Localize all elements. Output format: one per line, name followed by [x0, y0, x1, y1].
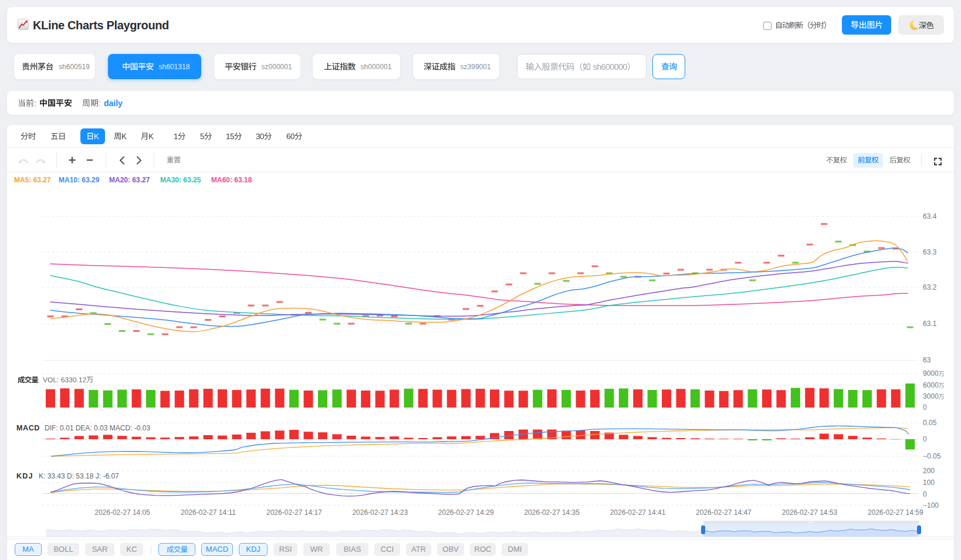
svg-text:63: 63 [923, 356, 931, 364]
svg-text:0: 0 [923, 403, 927, 412]
svg-text:63.4: 63.4 [923, 212, 937, 220]
svg-text:2026-02-27 14:35: 2026-02-27 14:35 [524, 508, 580, 517]
svg-text:2026-02-27 14:41: 2026-02-27 14:41 [610, 508, 666, 517]
svg-text:3000: 3000 [923, 392, 939, 401]
svg-text:2026-02-27 14:47: 2026-02-27 14:47 [696, 508, 752, 517]
svg-text:6000: 6000 [923, 381, 939, 389]
svg-text:0: 0 [923, 435, 927, 443]
svg-text:−100: −100 [923, 501, 939, 510]
svg-text:0.05: 0.05 [923, 419, 937, 427]
svg-text:2026-02-27 14:53: 2026-02-27 14:53 [781, 508, 837, 517]
svg-text:63.1: 63.1 [923, 320, 937, 328]
svg-text:100: 100 [923, 478, 935, 487]
svg-text:2026-02-27 14:29: 2026-02-27 14:29 [438, 508, 494, 517]
svg-text:2026-02-27 14:11: 2026-02-27 14:11 [181, 508, 236, 517]
svg-text:2026-02-27 14:23: 2026-02-27 14:23 [352, 508, 408, 517]
svg-text:9000: 9000 [923, 369, 939, 378]
svg-text:−0.05: −0.05 [923, 452, 941, 460]
svg-text:2026-02-27 14:05: 2026-02-27 14:05 [94, 508, 150, 517]
svg-text:2026-02-27 14:17: 2026-02-27 14:17 [266, 508, 322, 517]
svg-text:0: 0 [923, 490, 927, 498]
svg-text:63.3: 63.3 [923, 248, 937, 256]
svg-text:2026-02-27 14:59: 2026-02-27 14:59 [868, 508, 923, 517]
svg-text:200: 200 [923, 467, 935, 475]
svg-text:63.2: 63.2 [923, 283, 937, 291]
